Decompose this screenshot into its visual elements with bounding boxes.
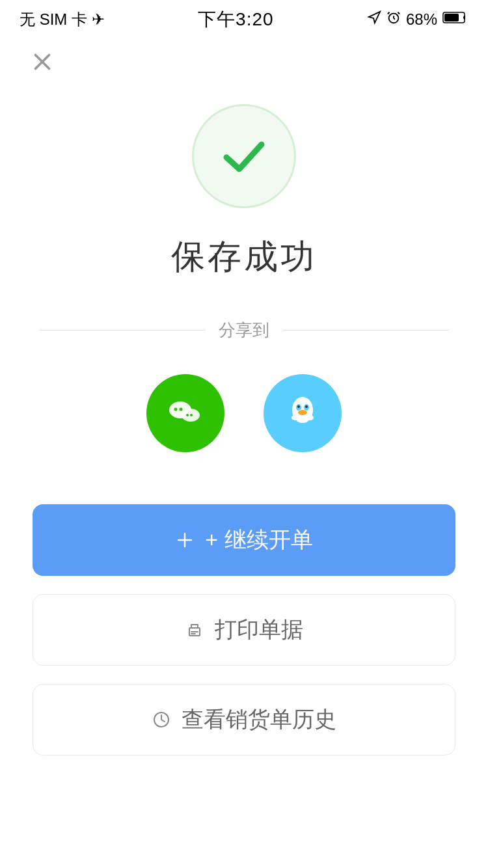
print-label: 打印单据 (215, 615, 303, 645)
svg-line-3 (394, 18, 395, 20)
share-label: 分享到 (206, 319, 282, 342)
svg-rect-5 (444, 14, 459, 21)
print-icon (185, 620, 204, 640)
success-title: 保存成功 (171, 234, 317, 280)
close-button[interactable] (26, 46, 59, 78)
main-content: 保存成功 分享到 (0, 39, 488, 755)
plus-icon (175, 530, 195, 550)
history-label: 查看销货单历史 (182, 705, 336, 735)
action-buttons: + 继续开单 打印单据 查看销货单历史 (0, 504, 488, 755)
svg-point-18 (297, 405, 300, 408)
share-divider: 分享到 (0, 319, 488, 342)
svg-point-14 (190, 414, 193, 416)
divider-line-right (282, 330, 449, 331)
success-icon-circle (192, 104, 296, 208)
battery-text: 68% (406, 10, 437, 29)
continue-label: + 继续开单 (205, 525, 312, 555)
status-right: 68% (367, 10, 468, 29)
status-time: 下午3:20 (198, 7, 274, 32)
svg-point-10 (174, 408, 178, 411)
alarm-icon (386, 10, 401, 29)
status-bar: 无 SIM 卡 ✈ 下午3:20 68% (0, 0, 488, 39)
svg-point-19 (305, 405, 308, 408)
share-qq-button[interactable] (264, 374, 342, 452)
no-sim-text: 无 SIM 卡 ✈ (20, 9, 105, 30)
location-icon (367, 10, 381, 29)
svg-marker-0 (369, 12, 380, 23)
status-left: 无 SIM 卡 ✈ (20, 9, 105, 30)
clock-icon (152, 710, 171, 729)
svg-point-23 (296, 415, 309, 423)
history-button[interactable]: 查看销货单历史 (33, 684, 455, 755)
battery-icon (442, 10, 468, 29)
divider-line-left (39, 330, 206, 331)
svg-point-20 (298, 410, 307, 415)
svg-point-13 (186, 414, 189, 416)
print-button[interactable]: 打印单据 (33, 594, 455, 666)
share-icons-row (146, 374, 342, 452)
svg-point-11 (180, 408, 183, 411)
continue-button[interactable]: + 继续开单 (33, 504, 455, 576)
share-wechat-button[interactable] (146, 374, 224, 452)
